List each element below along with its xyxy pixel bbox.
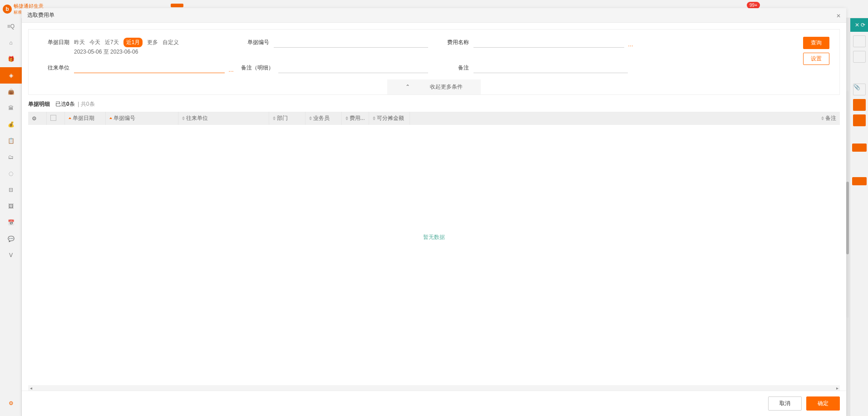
doc-date-group: 单据日期 昨天 今天 近7天 近1月 更多 自定义 2023-05-06 至 2…	[38, 37, 237, 56]
col-checkbox[interactable]	[46, 112, 64, 125]
details-header: 单据明细 已选0条 | 共0条	[22, 95, 846, 112]
ellipsis-icon: …	[228, 67, 234, 73]
date-tag-yesterday[interactable]: 昨天	[74, 39, 85, 46]
table-wrap: ⚙ 单据日期 单据编号 往来单位 部门 业务员	[28, 112, 840, 391]
remark-detail-label: 备注（明细）	[237, 62, 278, 72]
col-doc-date[interactable]: 单据日期	[64, 112, 105, 125]
selected-suffix: 条	[69, 101, 75, 107]
partner-input[interactable]	[74, 62, 225, 73]
date-quick-tags: 昨天 今天 近7天 近1月 更多 自定义	[74, 37, 179, 47]
date-tag-last1m[interactable]: 近1月	[123, 38, 143, 47]
details-title: 单据明细	[28, 100, 50, 108]
col-remark-label: 备注	[825, 115, 836, 121]
col-alloc-amount[interactable]: 可分摊金额	[369, 112, 409, 125]
col-remark[interactable]: 备注	[409, 112, 840, 125]
search-actions: 查询 设置	[803, 37, 829, 65]
empty-state: 暂无数据	[423, 233, 445, 241]
col-config[interactable]: ⚙	[28, 112, 46, 125]
ellipsis-icon: …	[628, 41, 633, 48]
sort-up-icon	[345, 116, 348, 118]
col-salesman[interactable]: 业务员	[305, 112, 341, 125]
checkbox-icon	[50, 115, 56, 121]
date-tag-today[interactable]: 今天	[89, 39, 100, 46]
sort-up-icon	[273, 116, 276, 118]
sort-asc-icon	[109, 117, 112, 119]
scroll-right-arrow[interactable]: ▸	[834, 385, 840, 391]
col-fee-label: 费用...	[350, 115, 365, 121]
doc-no-input[interactable]	[274, 37, 428, 48]
selected-number: 0	[66, 101, 69, 107]
chevron-up-icon: ⌃	[396, 82, 419, 92]
sort-up-icon	[309, 116, 312, 118]
col-fee[interactable]: 费用...	[341, 112, 369, 125]
sort-down-icon	[182, 119, 185, 120]
doc-no-label: 单据编号	[237, 37, 274, 46]
close-icon: ✕	[836, 13, 841, 19]
selected-count: 已选0条 | 共0条	[55, 100, 95, 108]
fee-name-label: 费用名称	[437, 37, 473, 46]
remark-input[interactable]	[473, 62, 628, 73]
modal-title: 选取费用单	[27, 11, 54, 19]
col-alloc-amount-label: 可分摊金额	[377, 115, 404, 121]
select-fee-bill-modal: 选取费用单 ✕ 查询 设置 单据日期 昨天 今天 近7天 近1月 更多 自定义	[22, 8, 846, 416]
collapse-conditions-button[interactable]: ⌃ 收起更多条件	[387, 79, 480, 94]
doc-date-label: 单据日期	[38, 37, 74, 46]
remark-group: 备注	[437, 62, 637, 73]
settings-button[interactable]: 设置	[803, 53, 829, 65]
date-range-text: 2023-05-06 至 2023-06-06	[74, 48, 179, 56]
fee-name-input[interactable]	[473, 37, 624, 48]
cancel-button[interactable]: 取消	[768, 396, 802, 411]
sort-up-icon	[182, 116, 185, 118]
gear-icon: ⚙	[32, 115, 37, 122]
partner-group: 往来单位 …	[38, 62, 237, 73]
collapse-conditions-label: 收起更多条件	[421, 81, 472, 93]
sort-asc-icon	[69, 117, 71, 119]
col-doc-no[interactable]: 单据编号	[105, 112, 178, 125]
sort-down-icon	[273, 119, 276, 120]
sort-up-icon	[373, 116, 375, 118]
modal-close-button[interactable]: ✕	[836, 12, 841, 19]
sort-up-icon	[821, 116, 824, 118]
doc-no-group: 单据编号	[237, 37, 437, 48]
partner-picker[interactable]: …	[225, 67, 237, 73]
col-dept-label: 部门	[277, 115, 288, 121]
total-count-text: 共0条	[81, 101, 95, 107]
fee-name-picker[interactable]: …	[624, 41, 637, 48]
modal-header: 选取费用单 ✕	[22, 8, 846, 23]
total-count: | 共0条	[76, 101, 94, 107]
date-tag-custom[interactable]: 自定义	[163, 39, 179, 46]
table-horizontal-scrollbar[interactable]: ◂ ▸	[28, 385, 840, 391]
remark-detail-input[interactable]	[278, 62, 428, 73]
remark-detail-group: 备注（明细）	[237, 62, 437, 73]
col-salesman-label: 业务员	[313, 115, 330, 121]
fee-bill-table: ⚙ 单据日期 单据编号 往来单位 部门 业务员	[28, 112, 840, 125]
modal-footer: 取消 确定	[22, 391, 846, 416]
partner-label: 往来单位	[38, 62, 74, 72]
sort-down-icon	[821, 119, 824, 120]
sort-down-icon	[373, 119, 375, 120]
col-partner[interactable]: 往来单位	[178, 112, 269, 125]
search-panel: 查询 设置 单据日期 昨天 今天 近7天 近1月 更多 自定义 2023-05-…	[28, 29, 840, 95]
selected-prefix: 已选	[55, 101, 66, 107]
scroll-left-arrow[interactable]: ◂	[28, 385, 34, 391]
search-button[interactable]: 查询	[803, 37, 829, 49]
sort-down-icon	[309, 119, 312, 120]
sort-down-icon	[345, 119, 348, 120]
date-tag-last7[interactable]: 近7天	[105, 39, 119, 46]
col-partner-label: 往来单位	[186, 115, 208, 121]
fee-name-group: 费用名称 …	[437, 37, 637, 48]
col-doc-date-label: 单据日期	[73, 115, 94, 121]
confirm-button[interactable]: 确定	[806, 396, 840, 411]
col-doc-no-label: 单据编号	[113, 115, 135, 121]
col-dept[interactable]: 部门	[269, 112, 305, 125]
remark-label: 备注	[437, 62, 473, 72]
date-tag-more[interactable]: 更多	[147, 39, 158, 46]
